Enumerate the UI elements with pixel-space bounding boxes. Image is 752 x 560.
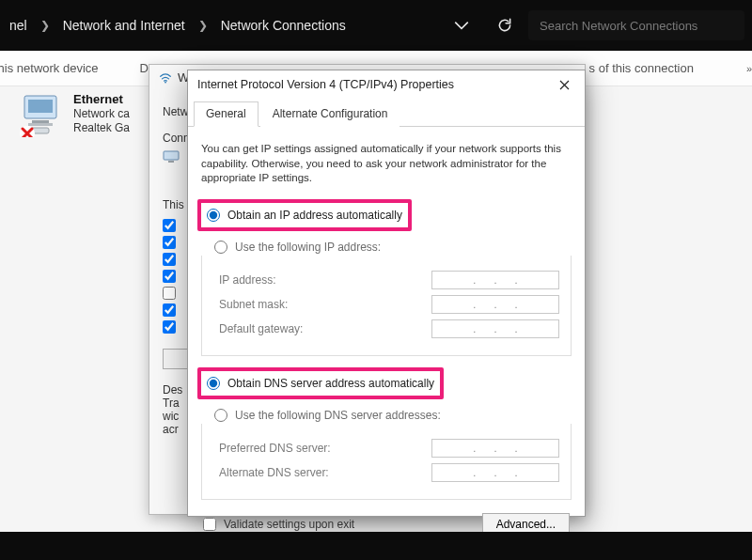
gateway-label: Default gateway:	[219, 322, 303, 335]
toolbar-item[interactable]: s of this connection	[589, 61, 694, 75]
breadcrumb-part[interactable]: Network and Internet	[59, 16, 189, 35]
breadcrumb[interactable]: nel ❯ Network and Internet ❯ Network Con…	[6, 16, 350, 35]
checkbox[interactable]	[203, 518, 216, 531]
breadcrumb-part[interactable]: Network Connections	[217, 16, 350, 35]
checkbox[interactable]	[163, 320, 176, 334]
ip-fields-group: IP address: Subnet mask: Default gateway…	[201, 256, 572, 356]
radio-label: Obtain an IP address automatically	[227, 209, 402, 222]
address-bar: nel ❯ Network and Internet ❯ Network Con…	[0, 0, 752, 51]
gateway-input[interactable]	[431, 319, 559, 338]
pref-dns-label: Preferred DNS server:	[219, 442, 331, 455]
checkbox-label: Validate settings upon exit	[224, 518, 354, 531]
ip-address-input[interactable]	[431, 271, 559, 289]
highlight-dns-auto: Obtain DNS server address automatically	[197, 367, 444, 399]
radio-input[interactable]	[207, 377, 220, 390]
connection-subtitle: Network ca	[73, 107, 130, 120]
alt-dns-label: Alternate DNS server:	[219, 466, 329, 479]
ipv4-properties-dialog: Internet Protocol Version 4 (TCP/IPv4) P…	[187, 70, 586, 517]
radio-dns-manual[interactable]: Use the following DNS server addresses:	[212, 405, 572, 426]
close-button[interactable]	[553, 73, 575, 96]
checkbox[interactable]	[163, 303, 176, 317]
radio-dns-auto[interactable]: Obtain DNS server address automatically	[205, 373, 436, 394]
connection-subtitle: Realtek Ga	[73, 121, 130, 134]
refresh-icon[interactable]	[496, 17, 513, 34]
svg-rect-3	[28, 123, 53, 126]
close-icon	[559, 80, 570, 90]
chevron-down-icon[interactable]	[453, 17, 470, 34]
checkbox[interactable]	[163, 219, 176, 232]
wifi-icon	[159, 71, 172, 85]
breadcrumb-part[interactable]: nel	[6, 16, 31, 35]
dialog-titlebar[interactable]: Internet Protocol Version 4 (TCP/IPv4) P…	[188, 70, 585, 99]
radio-input[interactable]	[214, 241, 227, 254]
ip-address-label: IP address:	[219, 273, 275, 287]
tab-strip: General Alternate Configuration	[188, 101, 585, 127]
svg-rect-2	[32, 120, 49, 123]
tab-alternate-configuration[interactable]: Alternate Configuration	[260, 101, 400, 127]
radio-ip-manual[interactable]: Use the following IP address:	[212, 237, 572, 257]
window-bottom-strip	[0, 532, 752, 560]
alt-dns-input[interactable]	[431, 463, 559, 482]
search-placeholder: Search Network Connections	[540, 19, 697, 33]
checkbox[interactable]	[163, 270, 176, 283]
highlight-ip-auto: Obtain an IP address automatically	[197, 199, 412, 231]
subnet-input[interactable]	[431, 295, 559, 314]
subnet-label: Subnet mask:	[219, 298, 288, 311]
intro-text: You can get IP settings assigned automat…	[201, 142, 572, 186]
toolbar-overflow[interactable]: »	[746, 63, 752, 74]
validate-checkbox[interactable]: Validate settings upon exit	[203, 518, 354, 531]
connection-item-label: Ethernet Network ca Realtek Ga	[73, 92, 130, 137]
svg-rect-7	[164, 151, 179, 160]
tab-general[interactable]: General	[194, 101, 258, 127]
svg-rect-1	[28, 100, 53, 113]
radio-label: Use the following IP address:	[235, 241, 381, 254]
chevron-right-icon: ❯	[40, 19, 50, 32]
checkbox[interactable]	[163, 236, 176, 249]
monitor-icon	[163, 150, 180, 163]
radio-label: Obtain DNS server address automatically	[227, 377, 434, 390]
checkbox[interactable]	[163, 253, 176, 266]
search-input[interactable]: Search Network Connections	[528, 10, 744, 40]
radio-input[interactable]	[214, 409, 227, 422]
dns-fields-group: Preferred DNS server: Alternate DNS serv…	[201, 424, 572, 500]
connection-title: Ethernet	[73, 92, 123, 106]
radio-ip-auto[interactable]: Obtain an IP address automatically	[205, 205, 404, 226]
checkbox[interactable]	[163, 287, 176, 300]
toolbar-item[interactable]: this network device	[0, 61, 99, 75]
ethernet-icon	[19, 92, 64, 137]
pref-dns-input[interactable]	[431, 439, 559, 458]
chevron-right-icon: ❯	[198, 19, 208, 32]
radio-input[interactable]	[207, 209, 220, 222]
dialog-title: Internet Protocol Version 4 (TCP/IPv4) P…	[197, 78, 454, 91]
svg-rect-8	[168, 161, 174, 163]
svg-point-6	[164, 81, 166, 83]
radio-label: Use the following DNS server addresses:	[235, 409, 441, 422]
